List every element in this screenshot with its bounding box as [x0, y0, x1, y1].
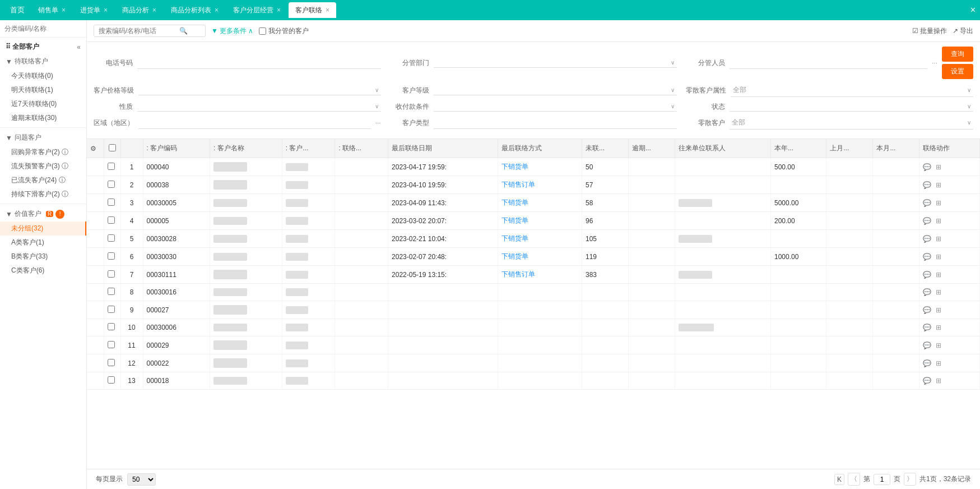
chat-icon[interactable]: 💬: [923, 377, 931, 385]
chat-icon[interactable]: 💬: [923, 199, 931, 207]
contact-method-link[interactable]: 下销售订单: [501, 181, 535, 188]
grid-icon[interactable]: ⊞: [936, 235, 941, 243]
row-checkbox[interactable]: [108, 199, 115, 206]
filter-price-level-select[interactable]: ∨: [138, 85, 381, 95]
sidebar-item-tomorrow[interactable]: 明天待联络(1): [0, 83, 86, 97]
row-checkbox[interactable]: [108, 163, 115, 170]
grid-icon[interactable]: ⊞: [936, 342, 941, 349]
search-icon[interactable]: 🔍: [179, 27, 188, 35]
row-checkbox[interactable]: [108, 323, 115, 330]
tab-customer-segment-close[interactable]: ×: [277, 6, 281, 14]
prev-page-btn[interactable]: 〈: [848, 473, 860, 486]
more-conditions-btn[interactable]: ▼ 更多条件 ∧: [211, 26, 253, 36]
tab-analysis-list[interactable]: 商品分析列表 ×: [164, 2, 225, 18]
search-input[interactable]: [99, 27, 177, 35]
tab-analysis-close[interactable]: ×: [152, 6, 156, 14]
group-value[interactable]: ▼ 价值客户 R !: [0, 206, 86, 222]
sidebar-item-abnormal[interactable]: 回购异常客户(2) ⓘ: [0, 145, 86, 159]
contact-method-link[interactable]: 下销售订单: [501, 270, 535, 278]
chat-icon[interactable]: 💬: [923, 163, 931, 171]
row-checkbox[interactable]: [108, 234, 115, 242]
filter-region-input[interactable]: [138, 117, 371, 129]
contact-method-link[interactable]: 下销货单: [501, 216, 528, 224]
grid-icon[interactable]: ⊞: [936, 324, 941, 331]
sidebar-item-a-class[interactable]: A类客户(1): [0, 236, 86, 250]
grid-icon[interactable]: ⊞: [936, 181, 941, 189]
row-checkbox[interactable]: [108, 306, 115, 313]
tab-home[interactable]: 首页: [4, 5, 30, 15]
grid-icon[interactable]: ⊞: [936, 377, 941, 385]
group-pending[interactable]: ▼ 待联络客户: [0, 54, 86, 69]
row-checkbox[interactable]: [108, 359, 115, 366]
grid-icon[interactable]: ⊞: [936, 199, 941, 207]
filter-sparse-attr-select[interactable]: 全部 ∨: [731, 84, 973, 97]
chat-icon[interactable]: 💬: [923, 342, 931, 349]
filter-phone-input[interactable]: [137, 57, 381, 69]
row-checkbox[interactable]: [108, 181, 115, 188]
grid-icon[interactable]: ⊞: [936, 306, 941, 314]
row-checkbox[interactable]: [108, 341, 115, 348]
chat-icon[interactable]: 💬: [923, 217, 931, 225]
col-gear[interactable]: ⚙: [87, 139, 104, 158]
row-checkbox[interactable]: [108, 270, 115, 278]
filter-sparse-customer-select[interactable]: 全部 ∨: [730, 116, 973, 130]
page-size-select[interactable]: 50 100 200: [127, 473, 156, 486]
my-customers-checkbox-label[interactable]: 我分管的客户: [259, 26, 309, 36]
filter-person-input[interactable]: [730, 57, 927, 69]
chat-icon[interactable]: 💬: [923, 235, 931, 243]
group-problem[interactable]: ▼ 问题客户: [0, 130, 86, 145]
filter-payment-select[interactable]: ∨: [434, 102, 677, 112]
chat-icon[interactable]: 💬: [923, 181, 931, 189]
sidebar-item-declining[interactable]: 持续下滑客户(2) ⓘ: [0, 187, 86, 201]
contact-method-link[interactable]: 下销货单: [501, 199, 528, 206]
tab-analysis[interactable]: 商品分析 ×: [115, 2, 163, 18]
export-btn[interactable]: ↗ 导出: [953, 26, 973, 36]
chat-icon[interactable]: 💬: [923, 288, 931, 296]
grid-icon[interactable]: ⊞: [936, 271, 941, 279]
tab-sales-close[interactable]: ×: [62, 6, 66, 14]
sidebar-item-b-class[interactable]: B类客户(33): [0, 250, 86, 264]
row-checkbox[interactable]: [108, 376, 115, 384]
grid-icon[interactable]: ⊞: [936, 288, 941, 296]
sidebar-item-ungrouped[interactable]: 未分组(32): [0, 222, 86, 236]
next-page-btn[interactable]: 〉: [904, 473, 916, 486]
tab-sales[interactable]: 销售单 ×: [31, 2, 72, 18]
sidebar-item-churn-risk[interactable]: 流失预警客户(3) ⓘ: [0, 159, 86, 173]
filter-person-more[interactable]: ···: [932, 59, 937, 67]
tab-customer-contact-close[interactable]: ×: [326, 6, 329, 14]
grid-icon[interactable]: ⊞: [936, 253, 941, 261]
chat-icon[interactable]: 💬: [923, 306, 931, 314]
sidebar-search-input[interactable]: [4, 25, 87, 33]
filter-customer-level-select[interactable]: ∨: [434, 85, 677, 95]
contact-method-link[interactable]: 下销货单: [501, 252, 528, 260]
chat-icon[interactable]: 💬: [923, 253, 931, 261]
sidebar-item-overdue-contact[interactable]: 逾期未联络(30): [0, 111, 86, 125]
my-customers-checkbox[interactable]: [259, 27, 266, 35]
contact-method-link[interactable]: 下销货单: [501, 163, 528, 170]
batch-op-btn[interactable]: ☑ 批量操作: [912, 26, 947, 36]
filter-region-more[interactable]: ···: [375, 119, 381, 127]
tab-customer-segment[interactable]: 客户分层经营 ×: [226, 2, 287, 18]
sidebar-collapse-btn[interactable]: «: [77, 43, 81, 51]
sidebar-item-today[interactable]: 今天待联络(0): [0, 69, 86, 83]
row-checkbox[interactable]: [108, 288, 115, 295]
tab-analysis-list-close[interactable]: ×: [215, 6, 219, 14]
sidebar-item-c-class[interactable]: C类客户(6): [0, 264, 86, 278]
sidebar-item-lost[interactable]: 已流失客户(24) ⓘ: [0, 173, 86, 187]
filter-dept-select[interactable]: ∨: [434, 58, 677, 68]
chat-icon[interactable]: 💬: [923, 359, 931, 367]
grid-icon[interactable]: ⊞: [936, 217, 941, 225]
filter-status-select[interactable]: ∨: [730, 102, 973, 112]
row-checkbox[interactable]: [108, 216, 115, 224]
grid-icon[interactable]: ⊞: [936, 359, 941, 367]
tab-purchase[interactable]: 进货单 ×: [73, 2, 114, 18]
grid-icon[interactable]: ⊞: [936, 163, 941, 171]
filter-customer-type-input[interactable]: [434, 117, 677, 129]
tab-customer-contact[interactable]: 客户联络 ×: [289, 2, 336, 18]
tab-purchase-close[interactable]: ×: [104, 6, 108, 14]
chat-icon[interactable]: 💬: [923, 324, 931, 331]
reset-btn[interactable]: 设置: [942, 64, 973, 79]
chat-icon[interactable]: 💬: [923, 271, 931, 279]
filter-nature-select[interactable]: ∨: [137, 102, 381, 112]
page-input[interactable]: [874, 474, 890, 485]
